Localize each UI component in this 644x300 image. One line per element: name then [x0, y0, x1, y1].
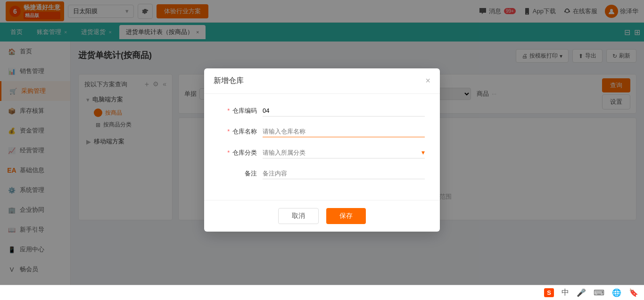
- name-input[interactable]: [263, 126, 425, 137]
- form-row-note: 备注: [219, 168, 425, 179]
- category-dropdown-icon: ▾: [421, 149, 425, 156]
- modal-header: 新增仓库 ×: [204, 68, 440, 94]
- save-button[interactable]: 保存: [326, 208, 366, 224]
- name-label: * 仓库名称: [219, 127, 257, 136]
- form-row-category: * 仓库分类 ▾: [219, 147, 425, 158]
- form-row-name: * 仓库名称: [219, 126, 425, 137]
- modal-overlay: 新增仓库 × * 仓库编码 * 仓库名称: [0, 0, 644, 300]
- note-input[interactable]: [263, 168, 425, 179]
- category-input[interactable]: [263, 149, 421, 156]
- modal-body: * 仓库编码 * 仓库名称 * 仓库分类: [204, 94, 440, 200]
- bookmark-icon[interactable]: 🔖: [629, 288, 638, 297]
- category-label: * 仓库分类: [219, 149, 257, 157]
- keyboard-icon[interactable]: ⌨: [594, 288, 604, 297]
- code-label: * 仓库编码: [219, 107, 257, 115]
- chinese-icon[interactable]: 中: [561, 288, 569, 298]
- new-warehouse-modal: 新增仓库 × * 仓库编码 * 仓库名称: [204, 68, 440, 232]
- modal-close-button[interactable]: ×: [425, 76, 430, 86]
- form-row-code: * 仓库编码: [219, 105, 425, 117]
- modal-footer: 取消 保存: [204, 200, 440, 232]
- lang-icon[interactable]: 🌐: [612, 288, 621, 297]
- modal-title: 新增仓库: [214, 76, 244, 86]
- category-select[interactable]: ▾: [263, 147, 425, 158]
- mic-icon[interactable]: 🎤: [577, 288, 586, 297]
- cancel-button[interactable]: 取消: [278, 208, 319, 224]
- code-input[interactable]: [263, 105, 425, 117]
- s-logo: S: [544, 288, 554, 297]
- bottom-bar: S 中 🎤 ⌨ 🌐 🔖: [0, 285, 644, 300]
- note-label: 备注: [219, 169, 257, 178]
